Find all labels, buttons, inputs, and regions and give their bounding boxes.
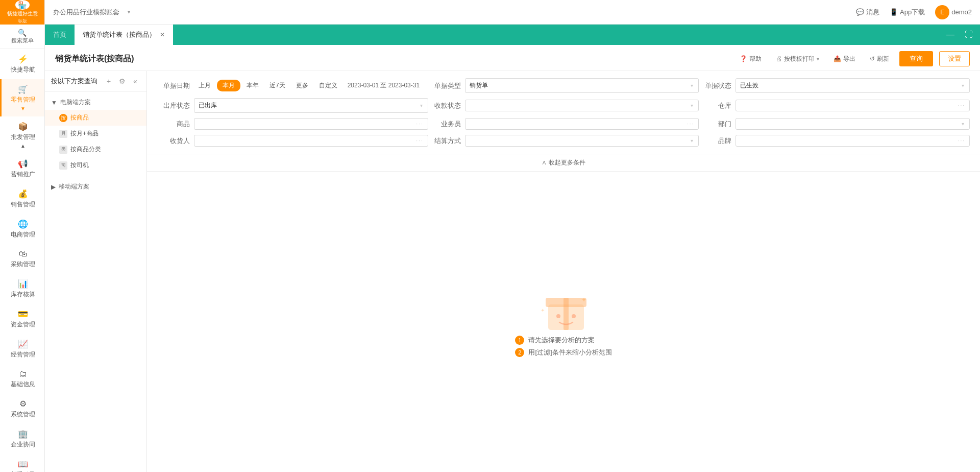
payment-filter-group: ▾ <box>465 135 699 147</box>
staff-input[interactable]: ··· <box>465 118 699 130</box>
brand-label: 品牌 <box>699 136 736 146</box>
date-filter-group: 上月 本月 本年 近7天 更多 自定义 2023-03-01 至 2023-03… <box>194 79 428 92</box>
message-icon: 💬 <box>856 8 864 16</box>
active-dot-icon: 按 <box>59 114 67 122</box>
setting-button[interactable]: 设置 <box>939 51 970 66</box>
warehouse-dots: ··· <box>958 103 965 108</box>
date-btn-this-year[interactable]: 本年 <box>242 79 263 92</box>
date-btn-this-month[interactable]: 本月 <box>217 80 240 91</box>
warehouse-select[interactable]: ··· <box>736 100 970 111</box>
purchase-icon: 🛍 <box>19 249 27 258</box>
user-action[interactable]: E demo2 <box>935 5 972 19</box>
filter-row-3: 商品 ··· 业务员 ··· <box>157 118 970 130</box>
type-select[interactable]: 销货单 ▾ <box>465 78 699 93</box>
dept-select[interactable]: ▾ <box>736 118 970 130</box>
sidebar-item-ecom[interactable]: 🌐 电商管理 <box>0 214 44 244</box>
date-btn-7days[interactable]: 近7天 <box>265 79 290 92</box>
sidebar-item-system[interactable]: ⚙ 系统管理 <box>0 394 44 424</box>
retail-icon: 🛒 <box>18 84 28 94</box>
receiver-label: 收货人 <box>157 136 194 146</box>
tab-expand-btn[interactable]: ⛶ <box>962 28 976 42</box>
settings-scheme-icon[interactable]: ⚙ <box>117 76 127 86</box>
sidebar-item-inventory[interactable]: 📊 库存核算 <box>0 274 44 304</box>
refresh-btn[interactable]: ↺ 刷新 <box>866 53 893 65</box>
help-btn[interactable]: ❓ 帮助 <box>736 53 766 65</box>
tree-group-mobile-arrow: ▶ <box>51 183 56 191</box>
stock-select[interactable]: 已出库 ▾ <box>194 98 428 113</box>
tab-minimize-btn[interactable]: — <box>943 28 958 42</box>
date-btn-more[interactable]: 更多 <box>291 79 313 92</box>
filter-row-4: 收货人 ··· 结算方式 ▾ <box>157 135 970 147</box>
brand-input[interactable]: ··· <box>736 135 970 147</box>
add-scheme-icon[interactable]: + <box>104 76 114 86</box>
tab-sales-stats[interactable]: 销货单统计表（按商品） ✕ <box>75 25 173 45</box>
sidebar-search-menu[interactable]: 🔍 搜索菜单 <box>0 25 44 49</box>
receipt-select[interactable]: ▾ <box>465 100 699 111</box>
sidebar-item-finance[interactable]: 💳 资金管理 <box>0 304 44 334</box>
type-label: 单据类型 <box>428 81 465 90</box>
stock-dropdown-icon: ▾ <box>420 103 424 108</box>
avatar: E <box>935 5 949 19</box>
sidebar-item-base[interactable]: 🗂 基础信息 <box>0 364 44 394</box>
tip1-text: 请先选择要分析的方案 <box>528 336 595 345</box>
tree-group-mobile-title[interactable]: ▶ 移动端方案 <box>45 179 146 194</box>
page-title: 销货单统计表(按商品) <box>55 54 134 64</box>
tab-home-label: 首页 <box>53 30 66 39</box>
status-select[interactable]: 已生效 ▾ <box>736 78 970 93</box>
page-content: 销货单统计表(按商品) ❓ 帮助 🖨 按模板打印 ▾ 📤 导出 ↺ 刷新 <box>45 45 980 472</box>
tree-item-by-month-goods[interactable]: 月 按月+商品 <box>45 126 146 141</box>
sidebar-item-purchase[interactable]: 🛍 采购管理 <box>0 244 44 274</box>
wholesale-icon: 📦 <box>18 122 28 131</box>
refresh-icon: ↺ <box>870 55 875 62</box>
staff-label: 业务员 <box>428 120 465 129</box>
dept-dropdown-icon: ▾ <box>962 121 965 127</box>
goods-filter-group: ··· <box>194 118 428 130</box>
date-btn-custom[interactable]: 自定义 <box>314 79 342 92</box>
sidebar-item-wholesale[interactable]: 📦 批发管理 ▲ <box>0 116 44 154</box>
brand-filter-group: ··· <box>736 135 970 147</box>
export-icon: 📤 <box>834 55 841 62</box>
industry-dropdown-icon[interactable]: ▾ <box>128 9 130 15</box>
collapse-bar[interactable]: ∧ 收起更多条件 <box>147 154 980 172</box>
sidebar-item-marketing[interactable]: 📢 营销推广 <box>0 154 44 184</box>
tree-item-by-goods[interactable]: 按 按商品 <box>45 110 146 126</box>
guide-icon: 📖 <box>18 459 28 469</box>
receiver-filter-group: ··· <box>194 135 428 147</box>
date-btn-last-month[interactable]: 上月 <box>194 79 215 92</box>
main-area: 办公用品行业模拟账套 ▾ 💬 消息 📱 App下载 E demo2 首页 销货单… <box>45 0 980 472</box>
dept-filter-group: ▾ <box>736 118 970 130</box>
tree-item-by-driver[interactable]: 司 按司机 <box>45 157 146 173</box>
doc-status-label: 单据状态 <box>699 81 736 90</box>
left-panel-title: 按以下方案查询 <box>51 77 97 86</box>
message-action[interactable]: 💬 消息 <box>856 8 879 17</box>
template-print-btn[interactable]: 🖨 按模板打印 ▾ <box>772 53 823 65</box>
tree-group-desktop-title[interactable]: ▼ 电脑端方案 <box>45 95 146 110</box>
stock-value: 已出库 <box>199 101 217 110</box>
payment-select[interactable]: ▾ <box>465 135 699 147</box>
goods-input[interactable]: ··· <box>194 118 428 130</box>
category-icon: 类 <box>59 146 67 154</box>
left-panel-icons: + ⚙ « <box>104 76 140 86</box>
sidebar-item-sales[interactable]: 💰 销售管理 <box>0 184 44 214</box>
app-download-action[interactable]: 📱 App下载 <box>890 8 925 17</box>
content-area: ✦ ✦ 1 请先选择要分析的方案 2 用[过滤]条件来缩小分析范围 <box>147 172 980 472</box>
receiver-input[interactable]: ··· <box>194 135 428 147</box>
export-btn[interactable]: 📤 导出 <box>829 53 860 65</box>
tab-home[interactable]: 首页 <box>45 25 75 45</box>
sidebar-item-guide[interactable]: 📖 新手引导 <box>0 454 44 472</box>
topbar: 办公用品行业模拟账套 ▾ 💬 消息 📱 App下载 E demo2 <box>45 0 980 25</box>
tab-close-icon[interactable]: ✕ <box>160 31 165 38</box>
left-panel: 按以下方案查询 + ⚙ « ▼ 电脑端方案 按 按商品 <box>45 71 147 472</box>
collapse-panel-icon[interactable]: « <box>130 76 140 86</box>
receiver-dots: ··· <box>416 138 423 144</box>
sidebar-item-ops[interactable]: 📈 经营管理 <box>0 334 44 364</box>
staff-dots: ··· <box>687 121 694 127</box>
base-icon: 🗂 <box>19 369 27 379</box>
sidebar-item-corp[interactable]: 🏢 企业协同 <box>0 424 44 454</box>
empty-tip-1: 1 请先选择要分析的方案 <box>515 336 611 345</box>
receipt-filter-group: ▾ <box>465 100 699 111</box>
sidebar-item-retail[interactable]: 🛒 零售管理 ▼ <box>0 79 44 116</box>
tree-item-by-category[interactable]: 类 按商品分类 <box>45 141 146 157</box>
query-button[interactable]: 查询 <box>899 51 933 66</box>
sidebar-item-quick-nav[interactable]: ⚡ 快捷导航 <box>0 49 44 79</box>
